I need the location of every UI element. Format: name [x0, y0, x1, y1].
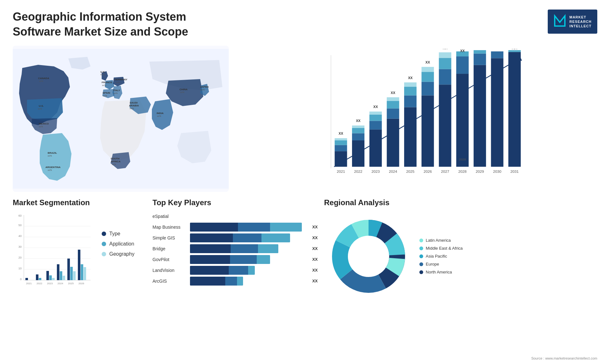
svg-text:INDIA: INDIA — [157, 112, 164, 115]
player-value: XX — [312, 257, 318, 262]
pie-dot-apac — [419, 254, 423, 258]
svg-text:2024: 2024 — [58, 282, 63, 285]
svg-text:2026: 2026 — [78, 282, 84, 285]
svg-rect-64 — [422, 72, 434, 82]
svg-rect-132 — [70, 267, 73, 280]
player-bar-container — [190, 233, 308, 242]
pie-legend-item-mea: Middle East & Africa — [419, 246, 463, 251]
bottom-row: Market Segmentation 0 10 20 30 40 5 — [13, 198, 597, 354]
player-name: ArcGIS — [152, 279, 187, 284]
seg-svg-container: 0 10 20 30 40 50 60 — [13, 212, 95, 294]
svg-text:XX: XX — [339, 131, 343, 135]
players-container: Top Key Players eSpatial Map Business — [152, 198, 318, 354]
svg-text:ITALY: ITALY — [113, 89, 120, 92]
player-value: XX — [312, 279, 318, 283]
svg-text:xx%: xx% — [38, 108, 42, 110]
svg-rect-72 — [456, 74, 469, 167]
svg-rect-37 — [335, 151, 347, 167]
svg-text:xx%: xx% — [130, 107, 134, 110]
player-value: XX — [312, 246, 318, 251]
player-bar — [190, 223, 302, 232]
pie-dot-mea — [419, 246, 423, 250]
player-row: Map Business XX — [152, 223, 318, 232]
player-row: Simple GIS XX — [152, 233, 318, 242]
svg-point-144 — [349, 237, 388, 276]
svg-text:CHINA: CHINA — [180, 88, 188, 91]
svg-text:BRAZIL: BRAZIL — [48, 152, 57, 154]
svg-rect-131 — [67, 259, 70, 280]
svg-text:FRANCE: FRANCE — [102, 81, 112, 84]
svg-rect-99 — [508, 50, 521, 52]
player-bar-container — [190, 277, 308, 286]
pie-dot-europe — [419, 262, 423, 266]
legend-dot-application — [102, 242, 106, 246]
svg-rect-44 — [352, 128, 364, 133]
svg-rect-129 — [63, 276, 65, 280]
seg-chart-area: 0 10 20 30 40 50 60 — [13, 212, 146, 294]
logo-text: MARKET RESEARCH INTELLECT — [569, 15, 592, 29]
svg-text:2022: 2022 — [37, 282, 42, 285]
svg-text:SAUDI: SAUDI — [130, 101, 138, 104]
svg-text:xx%: xx% — [157, 115, 161, 117]
player-bar — [190, 266, 255, 275]
svg-text:2024: 2024 — [389, 169, 397, 173]
svg-rect-128 — [60, 271, 62, 280]
svg-rect-50 — [369, 111, 382, 115]
svg-rect-133 — [73, 271, 76, 280]
svg-text:20: 20 — [18, 256, 22, 259]
player-bar-container — [190, 244, 308, 253]
svg-text:2028: 2028 — [458, 169, 467, 173]
player-bar-container — [190, 255, 308, 264]
seg-legend: Type Application Geography — [102, 212, 134, 257]
player-bar — [190, 233, 290, 242]
svg-rect-65 — [422, 67, 434, 72]
pie-dot-latin — [419, 239, 423, 242]
svg-rect-62 — [422, 95, 434, 167]
svg-rect-52 — [387, 118, 399, 166]
svg-rect-45 — [352, 125, 364, 128]
svg-text:2023: 2023 — [371, 169, 380, 173]
svg-text:SOUTH: SOUTH — [111, 157, 119, 160]
page-title: Geographic Information System Software M… — [13, 10, 235, 39]
svg-text:xx%: xx% — [103, 95, 107, 97]
player-bar-container — [190, 266, 308, 275]
svg-text:2021: 2021 — [26, 282, 32, 285]
player-value: XX — [312, 225, 318, 229]
svg-text:XX: XX — [391, 91, 396, 94]
svg-text:XX: XX — [373, 105, 378, 109]
svg-rect-125 — [52, 278, 55, 280]
svg-rect-60 — [404, 82, 417, 87]
svg-rect-94 — [456, 56, 469, 74]
pie-legend-item-europe: Europe — [419, 262, 463, 266]
svg-text:2025: 2025 — [406, 169, 415, 173]
svg-text:2031: 2031 — [511, 169, 519, 173]
regional-title: Regional Analysis — [324, 198, 597, 207]
svg-rect-115 — [25, 278, 28, 280]
svg-text:2023: 2023 — [47, 282, 53, 285]
player-bar-container — [190, 212, 318, 221]
player-value: XX — [312, 268, 318, 273]
svg-rect-136 — [81, 264, 83, 280]
legend-type: Type — [102, 231, 134, 237]
svg-text:0: 0 — [20, 278, 22, 281]
svg-text:xx%: xx% — [39, 125, 43, 128]
svg-text:2026: 2026 — [424, 169, 432, 173]
svg-rect-123 — [46, 271, 49, 280]
svg-rect-55 — [387, 97, 399, 101]
segmentation-title: Market Segmentation — [13, 198, 146, 207]
svg-rect-68 — [439, 69, 451, 84]
player-value: XX — [312, 235, 318, 240]
svg-text:XX: XX — [512, 49, 517, 50]
source-text: Source : www.marketresearchintellect.com — [531, 356, 597, 360]
svg-text:10: 10 — [18, 267, 22, 270]
svg-text:xx%: xx% — [102, 84, 106, 86]
pie-chart — [324, 212, 413, 301]
player-row: Bridge XX — [152, 244, 318, 253]
svg-text:2025: 2025 — [68, 282, 74, 285]
svg-rect-58 — [404, 95, 417, 107]
svg-rect-98 — [491, 51, 503, 58]
pie-area: Latin America Middle East & Africa Asia … — [324, 212, 597, 301]
svg-rect-54 — [387, 101, 399, 108]
svg-text:2029: 2029 — [476, 169, 484, 173]
bar-chart-container: XX XX XX XX — [238, 46, 597, 192]
